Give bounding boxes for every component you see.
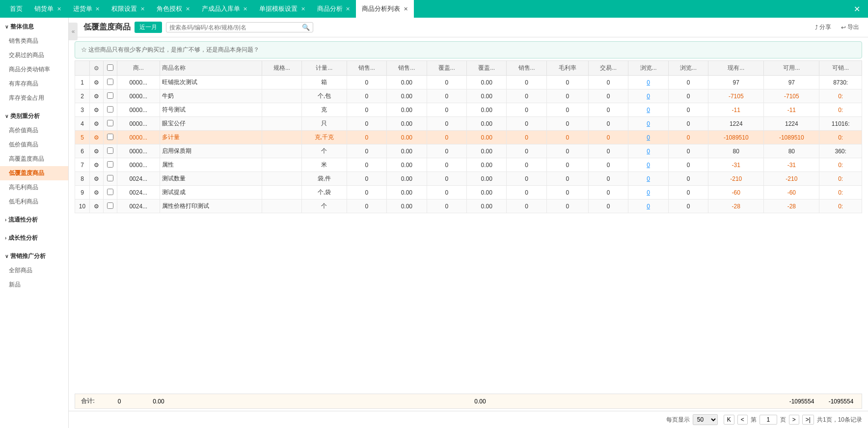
- sidebar-group-circulation[interactable]: › 流通性分析: [0, 213, 68, 227]
- nav-close-all[interactable]: ✕: [850, 4, 864, 14]
- nav-purchase-order-close[interactable]: ✕: [95, 6, 100, 12]
- row-checkbox[interactable]: [107, 120, 113, 126]
- last-page-button[interactable]: >|: [802, 415, 814, 425]
- row-checkbox[interactable]: [107, 79, 113, 85]
- export-button[interactable]: ↩ 导出: [838, 22, 862, 33]
- cell-checkbox[interactable]: [104, 158, 117, 172]
- table-row[interactable]: 5 ⚙ 0000... 多计量 克,千克 0 0.00 0 0.00 0 0 0…: [75, 131, 862, 144]
- col-header-checkbox[interactable]: [104, 61, 117, 76]
- cell-settings[interactable]: ⚙: [90, 89, 104, 103]
- sidebar-item-low-value[interactable]: 低价值商品: [0, 138, 68, 152]
- browse1-link[interactable]: 0: [647, 93, 650, 100]
- nav-product-analysis-close[interactable]: ✕: [346, 6, 350, 12]
- cell-browse1[interactable]: 0: [628, 172, 668, 186]
- sidebar-item-sales-products[interactable]: 销售类商品: [0, 34, 68, 48]
- cell-checkbox[interactable]: [104, 103, 117, 117]
- cell-settings[interactable]: ⚙: [90, 76, 104, 89]
- browse1-link[interactable]: 0: [647, 120, 650, 127]
- nav-product-analysis-list[interactable]: 商品分析列表 ✕: [356, 0, 414, 18]
- time-filter-button[interactable]: 近一月: [135, 22, 162, 33]
- cell-browse1[interactable]: 0: [628, 89, 668, 103]
- browse1-link[interactable]: 0: [647, 175, 650, 182]
- nav-permissions[interactable]: 权限设置 ✕: [106, 0, 151, 18]
- cell-settings[interactable]: ⚙: [90, 144, 104, 158]
- nav-product-storage-close[interactable]: ✕: [243, 6, 247, 12]
- nav-product-analysis[interactable]: 商品分析 ✕: [311, 0, 356, 18]
- settings-icon[interactable]: ⚙: [94, 65, 99, 72]
- cell-settings[interactable]: ⚙: [90, 186, 104, 200]
- sidebar-item-in-stock[interactable]: 有库存商品: [0, 77, 68, 91]
- sidebar-group-growth[interactable]: › 成长性分析: [0, 231, 68, 245]
- nav-template-settings[interactable]: 单据模板设置 ✕: [253, 0, 311, 18]
- browse1-link[interactable]: 0: [647, 148, 650, 155]
- nav-product-storage[interactable]: 产成品入库单 ✕: [196, 0, 254, 18]
- row-settings-icon[interactable]: ⚙: [94, 175, 99, 182]
- share-button[interactable]: ⤴ 分享: [812, 22, 834, 33]
- nav-permissions-close[interactable]: ✕: [140, 6, 145, 12]
- table-row[interactable]: 3 ⚙ 0000... 符号测试 克 0 0.00 0 0.00 0 0 0 0…: [75, 103, 862, 117]
- table-row[interactable]: 1 ⚙ 0000... 旺铺批次测试 箱 0 0.00 0 0.00 0 0 0…: [75, 76, 862, 89]
- cell-checkbox[interactable]: [104, 76, 117, 89]
- cell-browse1[interactable]: 0: [628, 131, 668, 144]
- browse1-link[interactable]: 0: [647, 203, 650, 210]
- row-checkbox[interactable]: [107, 92, 113, 99]
- nav-role-auth-close[interactable]: ✕: [186, 6, 190, 12]
- cell-settings[interactable]: ⚙: [90, 103, 104, 117]
- select-all-checkbox[interactable]: [107, 64, 113, 71]
- sidebar-collapse-button[interactable]: «: [69, 23, 78, 40]
- row-settings-icon[interactable]: ⚙: [94, 79, 99, 86]
- cell-checkbox[interactable]: [104, 117, 117, 131]
- cell-checkbox[interactable]: [104, 144, 117, 158]
- row-checkbox[interactable]: [107, 161, 113, 168]
- row-settings-icon[interactable]: ⚙: [94, 93, 99, 100]
- row-checkbox[interactable]: [107, 189, 113, 195]
- row-settings-icon[interactable]: ⚙: [94, 134, 99, 141]
- search-input[interactable]: [169, 24, 302, 31]
- cell-checkbox[interactable]: [104, 131, 117, 144]
- cell-browse1[interactable]: 0: [628, 200, 668, 213]
- row-settings-icon[interactable]: ⚙: [94, 203, 99, 210]
- cell-browse1[interactable]: 0: [628, 117, 668, 131]
- browse1-link[interactable]: 0: [647, 79, 650, 86]
- cell-settings[interactable]: ⚙: [90, 131, 104, 144]
- sidebar-group-category[interactable]: ∨ 类别重分析: [0, 109, 68, 123]
- nav-purchase-order[interactable]: 进货单 ✕: [67, 0, 106, 18]
- sidebar-item-new-products[interactable]: 新品: [0, 278, 68, 292]
- nav-sales-order[interactable]: 销货单 ✕: [28, 0, 67, 18]
- row-checkbox[interactable]: [107, 202, 113, 209]
- row-checkbox[interactable]: [107, 175, 113, 181]
- row-checkbox[interactable]: [107, 134, 113, 140]
- sidebar-item-high-margin[interactable]: 高毛利商品: [0, 180, 68, 195]
- first-page-button[interactable]: K: [724, 415, 734, 425]
- table-row[interactable]: 7 ⚙ 0000... 属性 米 0 0.00 0 0.00 0 0 0 0 0…: [75, 158, 862, 172]
- row-settings-icon[interactable]: ⚙: [94, 120, 99, 127]
- table-row[interactable]: 6 ⚙ 0000... 启用保质期 个 0 0.00 0 0.00 0 0 0 …: [75, 144, 862, 158]
- sidebar-item-low-coverage[interactable]: 低覆盖度商品: [0, 166, 68, 180]
- prev-page-button[interactable]: <: [737, 415, 748, 425]
- cell-checkbox[interactable]: [104, 186, 117, 200]
- nav-sales-order-close[interactable]: ✕: [57, 6, 61, 12]
- sidebar-item-high-value[interactable]: 高价值商品: [0, 123, 68, 138]
- page-size-select[interactable]: 50 100 200: [693, 414, 718, 425]
- sidebar-group-marketing[interactable]: ∨ 营销推广分析: [0, 249, 68, 263]
- cell-browse1[interactable]: 0: [628, 186, 668, 200]
- browse1-link[interactable]: 0: [647, 134, 650, 141]
- sidebar-item-high-coverage[interactable]: 高覆盖度商品: [0, 152, 68, 166]
- sidebar-item-category-rate[interactable]: 商品分类动销率: [0, 62, 68, 77]
- nav-role-auth[interactable]: 角色授权 ✕: [151, 0, 196, 18]
- cell-checkbox[interactable]: [104, 172, 117, 186]
- table-row[interactable]: 10 ⚙ 0024... 属性价格打印测试 个 0 0.00 0 0.00 0 …: [75, 200, 862, 213]
- cell-settings[interactable]: ⚙: [90, 172, 104, 186]
- table-container[interactable]: ⚙ 商... 商品名称 规格... 计量... 销售... 销售... 覆盖..…: [69, 60, 868, 394]
- table-row[interactable]: 9 ⚙ 0024... 测试提成 个,袋 0 0.00 0 0.00 0 0 0…: [75, 186, 862, 200]
- nav-product-analysis-list-close[interactable]: ✕: [404, 6, 408, 12]
- cell-browse1[interactable]: 0: [628, 144, 668, 158]
- col-header-settings[interactable]: ⚙: [90, 61, 104, 76]
- sidebar-group-overall[interactable]: ∨ 整体信息: [0, 20, 68, 34]
- sidebar-item-stock-capital[interactable]: 库存资金占用: [0, 91, 68, 105]
- browse1-link[interactable]: 0: [647, 189, 650, 196]
- table-row[interactable]: 8 ⚙ 0024... 测试数量 袋,件 0 0.00 0 0.00 0 0 0…: [75, 172, 862, 186]
- sidebar-item-all-products[interactable]: 全部商品: [0, 263, 68, 278]
- cell-settings[interactable]: ⚙: [90, 117, 104, 131]
- nav-template-settings-close[interactable]: ✕: [301, 6, 305, 12]
